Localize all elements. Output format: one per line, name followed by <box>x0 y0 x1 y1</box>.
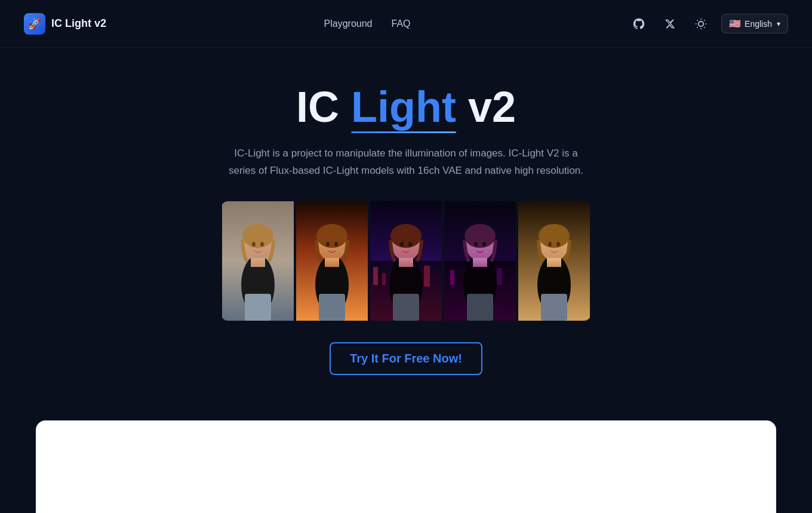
nav-links: Playground FAQ <box>324 19 411 29</box>
logo-link[interactable]: 🚀 IC Light v2 <box>24 13 106 35</box>
hero-section: IC Light v2 IC-Light is a project to man… <box>0 48 812 420</box>
svg-rect-16 <box>251 258 265 267</box>
hero-title-highlight: Light <box>351 84 456 131</box>
svg-point-54 <box>556 242 560 247</box>
svg-rect-50 <box>541 294 567 321</box>
svg-rect-40 <box>497 268 502 285</box>
twitter-x-button[interactable] <box>659 13 681 35</box>
demo-image-3 <box>369 201 443 321</box>
svg-point-52 <box>539 224 570 248</box>
navbar: 🚀 IC Light v2 Playground FAQ <box>0 0 812 48</box>
theme-toggle-button[interactable] <box>690 13 712 35</box>
hero-title-prefix: IC <box>296 83 351 131</box>
svg-point-33 <box>390 224 422 248</box>
playground-section <box>36 420 776 513</box>
x-icon <box>665 19 675 29</box>
svg-point-21 <box>316 224 347 248</box>
demo-image-5 <box>517 201 591 321</box>
demo-image-strip <box>221 201 591 321</box>
language-label: English <box>745 19 772 29</box>
svg-rect-24 <box>325 258 339 267</box>
svg-point-45 <box>474 242 478 247</box>
cta-button[interactable]: Try It For Free Now! <box>330 342 482 375</box>
svg-rect-39 <box>450 270 454 285</box>
svg-line-7 <box>697 27 698 27</box>
svg-rect-27 <box>373 267 378 285</box>
svg-rect-19 <box>319 294 345 321</box>
nav-playground-link[interactable]: Playground <box>324 19 373 29</box>
hero-title-suffix: v2 <box>456 83 516 131</box>
svg-point-34 <box>400 242 404 247</box>
nav-actions: 🇺🇸 English ▾ <box>628 13 788 35</box>
demo-image-4 <box>443 201 517 321</box>
svg-point-15 <box>260 242 264 247</box>
svg-line-3 <box>697 20 698 20</box>
svg-line-8 <box>704 20 705 20</box>
svg-point-44 <box>465 224 496 248</box>
svg-rect-11 <box>245 294 271 321</box>
demo-image-1 <box>221 201 295 321</box>
svg-point-53 <box>548 242 552 247</box>
svg-rect-36 <box>399 258 413 267</box>
hero-description: IC-Light is a project to manipulate the … <box>227 145 585 180</box>
svg-point-13 <box>242 224 273 248</box>
hero-title: IC Light v2 <box>12 84 800 131</box>
sun-icon <box>695 18 707 30</box>
svg-point-22 <box>326 242 330 247</box>
svg-rect-55 <box>547 258 561 267</box>
svg-point-0 <box>699 21 703 26</box>
svg-rect-31 <box>393 294 419 321</box>
cta-container: Try It For Free Now! <box>12 342 800 375</box>
svg-point-46 <box>482 242 486 247</box>
svg-line-4 <box>704 27 705 27</box>
nav-faq-link[interactable]: FAQ <box>392 19 411 29</box>
logo-text: IC Light v2 <box>51 17 106 30</box>
svg-rect-29 <box>424 266 430 287</box>
flag-icon: 🇺🇸 <box>729 18 741 29</box>
github-button[interactable] <box>628 13 650 35</box>
chevron-down-icon: ▾ <box>777 20 780 28</box>
github-icon <box>632 17 645 30</box>
svg-point-35 <box>408 242 412 247</box>
svg-rect-47 <box>473 258 487 267</box>
svg-point-14 <box>252 242 256 247</box>
svg-rect-28 <box>382 273 386 285</box>
demo-image-2 <box>295 201 369 321</box>
language-selector[interactable]: 🇺🇸 English ▾ <box>721 14 788 33</box>
logo-icon: 🚀 <box>24 13 45 35</box>
svg-rect-42 <box>467 294 493 321</box>
svg-point-23 <box>334 242 338 247</box>
